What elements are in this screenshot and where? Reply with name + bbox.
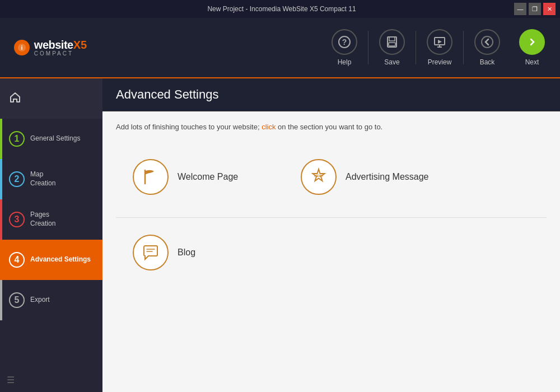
content-area: 1 General Settings 2 MapCreation 3 Pages… [0,78,560,392]
sidebar-label-3: PagesCreation [30,211,55,228]
svg-rect-5 [389,37,395,41]
minimize-button[interactable]: — [514,3,526,15]
svg-marker-10 [438,40,442,44]
toolbar: i websiteX5 COMPACT ? [0,18,560,78]
next-icon [519,29,545,55]
app-container: i websiteX5 COMPACT ? [0,18,560,392]
toolbar-divider-1 [368,31,368,64]
maximize-button[interactable]: ❐ [529,3,541,15]
svg-text:?: ? [342,38,347,46]
options-row-2: Blog [116,218,547,282]
welcome-page-card[interactable]: Welcome Page [116,148,284,206]
preview-label: Preview [428,58,452,66]
back-button[interactable]: Back [465,17,510,78]
save-label: Save [384,58,399,66]
main-header: Advanced Settings [102,78,560,111]
sidebar-item-home[interactable] [0,78,102,119]
back-icon [474,29,500,55]
advertising-message-card[interactable]: NEW! Advertising Message [284,148,452,206]
next-label: Next [525,58,539,66]
sidebar-item-export[interactable]: 5 Export [0,280,102,320]
blog-label: Blog [178,248,195,258]
save-icon [379,29,405,55]
save-button[interactable]: Save [370,17,414,78]
help-label: Help [338,58,352,66]
welcome-page-label: Welcome Page [178,172,238,182]
blog-card[interactable]: Blog [116,223,284,282]
svg-rect-6 [389,43,395,46]
help-button[interactable]: ? Help [322,17,367,78]
sidebar-label-4: Advanced Settings [30,255,91,264]
sidebar-label-2: MapCreation [30,170,55,188]
toolbar-divider-3 [463,31,464,64]
svg-text:NEW!: NEW! [314,174,323,178]
sidebar-bottom-menu[interactable]: ☰ [0,368,102,392]
main-body: Add lots of finishing touches to your we… [102,111,560,392]
svg-point-11 [482,36,493,48]
svg-text:i: i [21,44,22,51]
advertising-icon-circle: NEW! [301,159,337,195]
menu-icon: ☰ [7,375,15,385]
home-icon [9,91,21,106]
sidebar-label-1: General Settings [30,134,80,143]
preview-button[interactable]: Preview [417,17,462,78]
titlebar: New Project - Incomedia WebSite X5 Compa… [0,0,560,18]
back-label: Back [480,58,495,66]
logo-icon: i [14,40,30,55]
step-num-1: 1 [9,131,25,147]
logo-website: website [34,39,73,52]
step-num-5: 5 [9,292,25,308]
logo-compact: COMPACT [34,50,73,57]
logo-area: i websiteX5 COMPACT [6,39,95,57]
sidebar-item-map-creation[interactable]: 2 MapCreation [0,159,102,199]
logo-x5: X5 [73,39,87,52]
advertising-message-label: Advertising Message [346,172,429,182]
step-num-3: 3 [9,212,25,227]
window-title: New Project - Incomedia WebSite X5 Compa… [49,5,514,13]
page-title: Advanced Settings [116,87,547,102]
blog-icon-circle [133,235,169,270]
svg-point-12 [526,36,538,48]
sidebar-item-general-settings[interactable]: 1 General Settings [0,119,102,159]
toolbar-actions: ? Help Save [322,17,554,78]
options-row-1: Welcome Page NEW! Advertising Message [116,148,547,218]
toolbar-divider-2 [416,31,416,64]
main-description: Add lots of finishing touches to your we… [116,123,547,131]
window-controls: — ❐ ✕ [514,3,556,15]
step-num-2: 2 [9,171,25,187]
welcome-page-icon-circle [133,159,169,195]
sidebar-item-advanced-settings[interactable]: 4 Advanced Settings [0,240,102,280]
help-icon: ? [332,29,357,55]
step-num-4: 4 [9,252,25,268]
sidebar: 1 General Settings 2 MapCreation 3 Pages… [0,78,102,392]
logo-text: websiteX5 COMPACT [34,39,87,57]
sidebar-item-pages-creation[interactable]: 3 PagesCreation [0,199,102,240]
next-button[interactable]: Next [510,17,554,78]
sidebar-label-5: Export [30,296,50,305]
main-content: Advanced Settings Add lots of finishing … [102,78,560,392]
close-button[interactable]: ✕ [543,3,556,15]
preview-icon [427,29,452,55]
logo: i websiteX5 COMPACT [14,39,87,57]
